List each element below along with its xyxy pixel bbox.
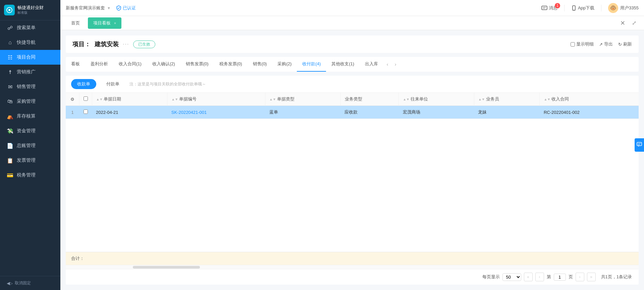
sidebar-item-search[interactable]: ☍ 搜索菜单 [0, 20, 60, 35]
sidebar-footer-unpin[interactable]: ◀▷ 取消固定 [0, 276, 60, 290]
sidebar-item-marketing-label: 营销推广 [17, 69, 36, 75]
th-number-sort-icon: ▲▼ [171, 97, 178, 101]
sidebar-item-purchase-label: 采购管理 [17, 98, 36, 104]
sidebar-item-tax-label: 税务管理 [17, 172, 36, 178]
sidebar-item-shortcuts-label: 快捷导航 [17, 40, 36, 46]
page-size-select[interactable]: 50 100 200 [502, 273, 521, 281]
home-icon: ⌂ [7, 39, 13, 46]
sidebar-item-sales-label: 销售管理 [17, 84, 36, 90]
nav-tab-tax-invoice[interactable]: 税务发票(0) [214, 57, 248, 72]
row-number-link[interactable]: SK-20220421-001 [171, 110, 207, 115]
th-checkbox[interactable] [79, 93, 92, 106]
subtab-receipts[interactable]: 收款单 [71, 79, 96, 89]
workspace-chevron-icon: ▼ [107, 6, 111, 10]
sidebar-header: 畅捷通好业财 标准版 [0, 0, 60, 20]
refresh-button[interactable]: ↻ 刷新 [618, 41, 632, 47]
show-detail-toggle[interactable]: 显示明细 [571, 41, 594, 47]
sidebar-item-contracts-label: 项目合同 [17, 54, 36, 60]
sidebar-item-purchase[interactable]: 🛍 采购管理 [0, 94, 60, 109]
th-biz-type-label: 业务类型 [345, 96, 362, 101]
close-window-button[interactable]: ✕ [618, 18, 627, 28]
settings-icon: ⚙ [70, 97, 74, 102]
row-checkbox-cell[interactable] [79, 106, 92, 119]
sidebar-nav: ☍ 搜索菜单 ⌂ 快捷导航 ☷ 项目合同 ☨ 营销推广 ✉ 销售管理 🛍 采购管… [0, 20, 60, 276]
tab-close-icon[interactable]: × [114, 21, 116, 25]
project-actions: 显示明细 ↗ 导出 ↻ 刷新 [571, 41, 632, 47]
nav-tab-prev-icon[interactable]: ‹ [383, 60, 391, 68]
th-partner-sort-icon: ▲▼ [403, 97, 410, 101]
nav-tab-inout[interactable]: 出入库 [360, 57, 383, 72]
sidebar-item-shortcuts[interactable]: ⌂ 快捷导航 [0, 35, 60, 50]
horizontal-scrollbar-thumb[interactable] [133, 266, 200, 269]
project-more-icon[interactable]: ··· [123, 41, 129, 47]
nav-tab-other[interactable]: 其他收支(1) [326, 57, 360, 72]
th-number[interactable]: ▲▼ 单据编号 [167, 93, 265, 106]
nav-tab-income-confirm[interactable]: 收入确认(2) [147, 57, 180, 72]
subtab-bar: 收款单 付款单 注：这里是与项目关联的全部收付款单哦～ [66, 76, 639, 93]
avatar: 🐵 [608, 3, 618, 13]
pagination: 每页显示 50 100 200 « ‹ 第 页 › » 共1页，1条记录 [66, 269, 639, 285]
app-download-button[interactable]: App下载 [571, 5, 594, 11]
nav-tab-sales[interactable]: 销售(0) [248, 57, 272, 72]
purchase-icon: 🛍 [7, 98, 13, 105]
inventory-icon: ⛺ [7, 113, 13, 120]
nav-tab-income-contract[interactable]: 收入合同(1) [113, 57, 147, 72]
th-date[interactable]: ▲▼ 单据日期 [92, 93, 167, 106]
nav-tab-next-icon[interactable]: › [391, 60, 399, 68]
th-settings[interactable]: ⚙ [66, 93, 79, 106]
workspace-name: 新服务官网演示账套 [66, 5, 105, 11]
tab-project-board[interactable]: 项目看板 × [88, 17, 121, 29]
app-logo [4, 5, 15, 15]
data-table: ⚙ ▲▼ 单据日期 [66, 93, 639, 119]
th-type[interactable]: ▲▼ 单据类型 [265, 93, 341, 106]
horizontal-scrollbar-track[interactable] [66, 265, 639, 269]
shield-icon [116, 5, 121, 11]
svg-rect-5 [637, 142, 642, 146]
page-number-input[interactable] [554, 274, 566, 281]
last-page-button[interactable]: » [587, 273, 596, 281]
show-detail-checkbox[interactable] [571, 42, 575, 47]
th-partner[interactable]: ▲▼ 往来单位 [399, 93, 474, 106]
sidebar-item-ledger[interactable]: 📄 总账管理 [0, 138, 60, 153]
row-checkbox[interactable] [84, 110, 88, 114]
nav-tab-sales-invoice[interactable]: 销售发票(0) [180, 57, 214, 72]
subtab-payments[interactable]: 付款单 [100, 79, 125, 89]
verified-badge: 已认证 [116, 5, 136, 11]
tax-icon: 💳 [7, 172, 13, 178]
nav-tab-purchase[interactable]: 采购(2) [272, 57, 297, 72]
table-scroll[interactable]: ⚙ ▲▼ 单据日期 [66, 93, 639, 252]
tab-home[interactable]: 首页 [66, 17, 85, 29]
th-salesman-label: 业务员 [486, 96, 499, 102]
page-size-label: 每页显示 [482, 274, 500, 280]
export-button[interactable]: ↗ 导出 [599, 41, 613, 47]
workspace-selector[interactable]: 新服务官网演示账套 ▼ [66, 5, 111, 11]
sidebar-item-contracts[interactable]: ☷ 项目合同 [0, 50, 60, 65]
nav-tab-kanban[interactable]: 看板 [66, 57, 85, 72]
ledger-icon: 📄 [7, 142, 13, 149]
nav-tab-profit[interactable]: 盈利分析 [85, 57, 113, 72]
th-salesman[interactable]: ▲▼ 业务员 [474, 93, 539, 106]
finance-icon: 💸 [7, 128, 13, 134]
next-page-button[interactable]: › [576, 273, 584, 281]
sidebar-item-tax[interactable]: 💳 税务管理 [0, 168, 60, 183]
user-label: 用户3355 [620, 5, 639, 11]
sidebar-item-marketing[interactable]: ☨ 营销推广 [0, 65, 60, 79]
th-contract[interactable]: ▲▼ 收入合同 [540, 93, 639, 106]
table-row[interactable]: 1 2022-04-21 SK-20220421-001 蓝单 应收款 宏茂商场 [66, 106, 639, 119]
select-all-checkbox[interactable] [84, 96, 88, 101]
sidebar-item-invoice[interactable]: 📋 发票管理 [0, 153, 60, 168]
messages-button[interactable]: 消息 1 [541, 5, 557, 11]
main-content: 新服务官网演示账套 ▼ 已认证 消息 1 App下载 🐵 用户3355 [60, 0, 644, 290]
row-number[interactable]: SK-20220421-001 [167, 106, 265, 119]
first-page-button[interactable]: « [524, 273, 533, 281]
feedback-button[interactable] [635, 138, 644, 152]
expand-window-button[interactable]: ⤢ [629, 18, 639, 28]
sidebar-item-sales[interactable]: ✉ 销售管理 [0, 79, 60, 94]
sidebar-item-finance[interactable]: 💸 资金管理 [0, 124, 60, 138]
nav-tab-payment[interactable]: 收付款(4) [297, 57, 326, 72]
prev-page-button[interactable]: ‹ [535, 273, 544, 281]
user-menu[interactable]: 🐵 用户3355 [608, 3, 639, 13]
sidebar-item-search-label: 搜索菜单 [17, 25, 36, 31]
app-title: 畅捷通好业财 [17, 5, 44, 11]
sidebar-item-inventory[interactable]: ⛺ 库存核算 [0, 109, 60, 124]
